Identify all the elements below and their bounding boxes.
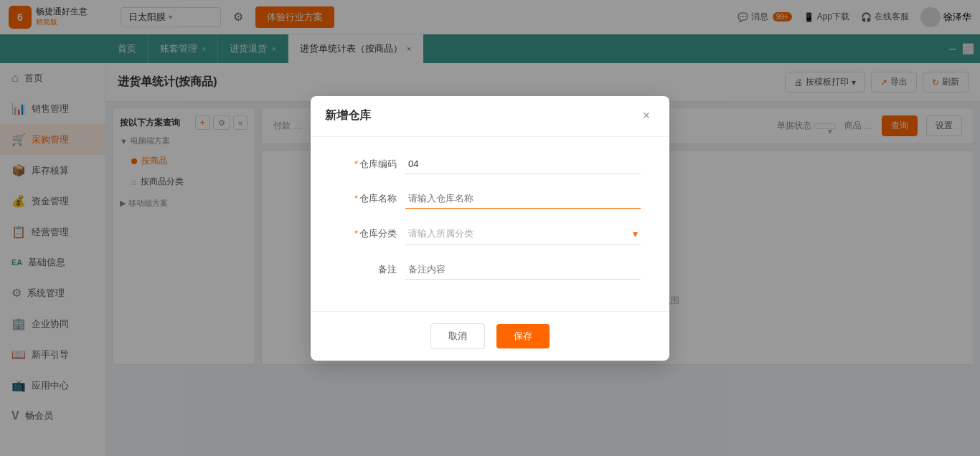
note-label: 备注 — [339, 263, 397, 276]
modal-overlay: 新增仓库 × 仓库编码 仓库名称 仓库分类 请输入所属分类 ▾ — [0, 0, 980, 456]
name-label: 仓库名称 — [339, 192, 397, 205]
note-input[interactable] — [405, 260, 641, 280]
dialog-header: 新增仓库 × — [311, 96, 669, 137]
dialog-close-button[interactable]: × — [638, 108, 655, 125]
form-row-name: 仓库名称 — [339, 189, 641, 209]
form-row-category: 仓库分类 请输入所属分类 ▾ — [339, 223, 641, 245]
category-placeholder: 请输入所属分类 — [408, 227, 633, 240]
code-label: 仓库编码 — [339, 158, 397, 171]
category-select[interactable]: 请输入所属分类 ▾ — [405, 223, 641, 245]
name-input[interactable] — [405, 189, 641, 209]
dialog-footer: 取消 保存 — [311, 311, 669, 361]
code-input[interactable] — [405, 154, 641, 174]
dialog-body: 仓库编码 仓库名称 仓库分类 请输入所属分类 ▾ 备注 — [311, 137, 669, 311]
cancel-button[interactable]: 取消 — [430, 323, 485, 349]
category-label: 仓库分类 — [339, 227, 397, 240]
save-button[interactable]: 保存 — [496, 324, 550, 348]
add-warehouse-dialog: 新增仓库 × 仓库编码 仓库名称 仓库分类 请输入所属分类 ▾ — [311, 96, 669, 361]
dialog-title: 新增仓库 — [325, 108, 371, 123]
select-arrow-icon: ▾ — [633, 228, 638, 239]
form-row-code: 仓库编码 — [339, 154, 641, 174]
form-row-note: 备注 — [339, 260, 641, 280]
